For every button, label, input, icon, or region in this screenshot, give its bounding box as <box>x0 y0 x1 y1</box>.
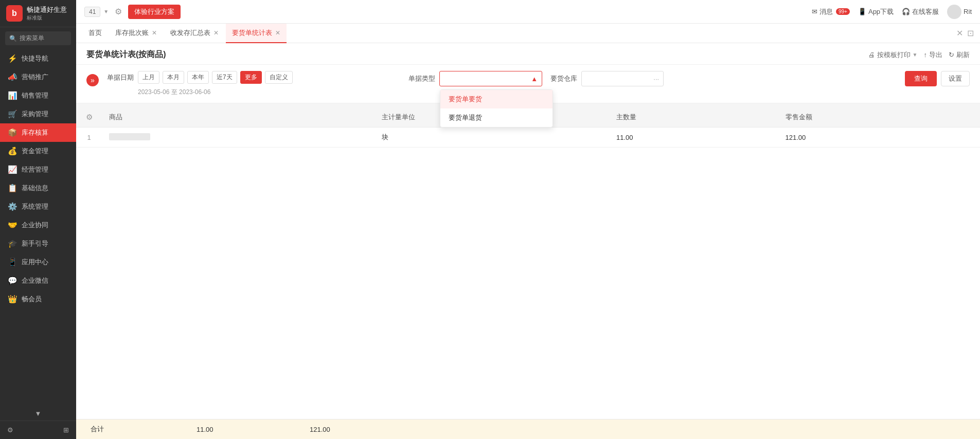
page-title-bar: 要货单统计表(按商品) 🖨 按模板打印 ▼ ↑ 导出 ↻ 刷新 <box>76 43 980 65</box>
date-btn-more[interactable]: 更多 <box>240 71 262 84</box>
sidebar-settings-icon[interactable]: ⚙ <box>7 426 13 434</box>
sidebar-item-sales[interactable]: 📊 销售管理 <box>0 86 76 105</box>
logo-icon: b <box>6 5 23 22</box>
sidebar-collapse-icon[interactable]: ⊞ <box>63 426 69 434</box>
filter-warehouse-group: 要货仓库 ··· <box>550 71 664 86</box>
sidebar-item-purchase[interactable]: 🛒 采购管理 <box>0 105 76 123</box>
export-icon: ↑ <box>924 51 928 59</box>
title-actions: 🖨 按模板打印 ▼ ↑ 导出 ↻ 刷新 <box>868 50 970 60</box>
operations-icon: 📈 <box>7 165 17 174</box>
query-button[interactable]: 查询 <box>905 71 937 86</box>
date-range-text: 2023-05-06 至 2023-06-06 <box>138 88 210 96</box>
headset-icon: 🎧 <box>902 8 910 15</box>
filter-type-select[interactable]: ▲ 要货单要货 要货单退货 <box>439 71 542 86</box>
table-container: ⚙ 商品 主计量单位 主数量 零售金额 <box>76 107 980 419</box>
cell-product <box>102 127 375 148</box>
store-selector[interactable]: 41 ▼ <box>84 7 109 17</box>
filter-area: » 单据日期 上月 本月 本年 近7天 更多 自定义 2023-05-06 至 … <box>76 65 980 103</box>
sidebar-item-marketing[interactable]: 📣 营销推广 <box>0 68 76 86</box>
warehouse-more-icon: ··· <box>653 75 659 83</box>
collab-icon: 🤝 <box>7 221 17 230</box>
tab-bar: 首页 库存批次账 ✕ 收发存汇总表 ✕ 要货单统计表 ✕ ✕ ⊡ <box>76 24 980 43</box>
member-icon: 👑 <box>7 295 17 304</box>
date-btn-7days[interactable]: 近7天 <box>212 71 237 84</box>
export-btn[interactable]: ↑ 导出 <box>924 50 943 60</box>
date-btn-custom[interactable]: 自定义 <box>265 71 293 84</box>
sidebar-item-wechat[interactable]: 💬 企业微信 <box>0 271 76 290</box>
sidebar-item-guide[interactable]: 🎓 新手引导 <box>0 234 76 253</box>
filter-type-group: 单据类型 ▲ 要货单要货 要货单退货 <box>408 71 542 86</box>
col-amount: 零售金额 <box>778 107 980 127</box>
avatar <box>947 5 961 19</box>
sidebar-item-operations[interactable]: 📈 经营管理 <box>0 160 76 179</box>
appstore-icon: 📱 <box>7 258 17 267</box>
sidebar-item-quicknav[interactable]: ⚡ 快捷导航 <box>0 49 76 68</box>
cell-index: 1 <box>76 127 102 148</box>
sidebar-item-collab[interactable]: 🤝 企业协同 <box>0 216 76 234</box>
wechat-icon: 💬 <box>7 276 17 285</box>
print-icon: 🖨 <box>868 51 875 59</box>
tab-order-stats[interactable]: 要货单统计表 ✕ <box>226 24 287 43</box>
filter-warehouse-value <box>586 75 588 83</box>
sidebar-item-basic[interactable]: 📋 基础信息 <box>0 179 76 197</box>
cell-unit: 块 <box>375 127 609 148</box>
column-gear-icon[interactable]: ⚙ <box>86 113 93 121</box>
tab-bar-actions: ✕ ⊡ <box>956 28 974 38</box>
filter-type-value <box>444 75 446 83</box>
filter-warehouse-select[interactable]: ··· <box>581 71 664 86</box>
purchase-icon: 🛒 <box>7 109 17 119</box>
table-footer: 合计 11.00 121.00 <box>76 419 980 439</box>
date-btn-last-month[interactable]: 上月 <box>138 71 159 84</box>
marketing-icon: 📣 <box>7 72 17 82</box>
sidebar-logo: b 畅捷通好生意 标准版 <box>0 0 76 27</box>
dropdown-item-return[interactable]: 要货单退货 <box>440 108 553 127</box>
tab-receipts[interactable]: 收发存汇总表 ✕ <box>164 24 225 43</box>
finance-icon: 💰 <box>7 147 17 156</box>
sidebar-search[interactable]: 🔍 搜索菜单 <box>5 31 71 45</box>
dropdown-item-order[interactable]: 要货单要货 <box>440 90 553 108</box>
main-area: 41 ▼ ⚙ 体验行业方案 ✉ 消息 99+ 📱 App下载 🎧 在线客服 Ri… <box>76 0 980 439</box>
refresh-btn[interactable]: ↻ 刷新 <box>949 50 970 60</box>
settings-icon[interactable]: ⚙ <box>115 7 122 16</box>
col-gear[interactable]: ⚙ <box>76 107 102 127</box>
col-qty: 主数量 <box>609 107 778 127</box>
tab-order-stats-close[interactable]: ✕ <box>275 30 280 36</box>
system-icon: ⚙️ <box>7 202 17 211</box>
refresh-icon: ↻ <box>949 51 954 59</box>
sidebar-item-finance[interactable]: 💰 资金管理 <box>0 142 76 160</box>
date-shortcuts: 上月 本月 本年 近7天 更多 自定义 <box>138 71 293 84</box>
app-download-item[interactable]: 📱 App下载 <box>858 7 894 16</box>
user-avatar-item[interactable]: Rit <box>947 5 972 19</box>
inventory-icon: 📦 <box>7 128 17 137</box>
tab-home[interactable]: 首页 <box>82 24 108 43</box>
sidebar-item-appstore[interactable]: 📱 应用中心 <box>0 253 76 271</box>
tab-batch-close[interactable]: ✕ <box>152 30 157 36</box>
filter-date-group: 单据日期 上月 本月 本年 近7天 更多 自定义 2023-05-06 至 20… <box>107 71 400 97</box>
filter-expand-btn[interactable]: » <box>86 74 99 86</box>
page-content: 要货单统计表(按商品) 🖨 按模板打印 ▼ ↑ 导出 ↻ 刷新 » <box>76 43 980 439</box>
sidebar-item-inventory[interactable]: 📦 库存核算 <box>0 123 76 142</box>
message-icon: ✉ <box>812 8 817 15</box>
sidebar-items: ⚡ 快捷导航 📣 营销推广 📊 销售管理 🛒 采购管理 📦 库存核算 💰 资金管… <box>0 49 76 407</box>
sidebar-item-member[interactable]: 👑 畅会员 <box>0 290 76 308</box>
sidebar-item-system[interactable]: ⚙️ 系统管理 <box>0 197 76 216</box>
table-row: 1 块 11.00 121.00 <box>76 127 980 148</box>
setting-button[interactable]: 设置 <box>941 71 970 86</box>
guide-icon: 🎓 <box>7 239 17 248</box>
sidebar-footer: ⚙ ⊞ <box>0 420 76 439</box>
online-service-item[interactable]: 🎧 在线客服 <box>902 7 939 16</box>
logo-text: 畅捷通好生意 标准版 <box>27 6 67 21</box>
phone-icon: 📱 <box>858 8 866 15</box>
date-btn-this-month[interactable]: 本月 <box>163 71 184 84</box>
tab-expand-icon[interactable]: ⊡ <box>967 28 974 38</box>
print-template-btn[interactable]: 🖨 按模板打印 ▼ <box>868 50 918 60</box>
search-icon: 🔍 <box>9 35 17 42</box>
tab-receipts-close[interactable]: ✕ <box>213 30 219 36</box>
store-badge: 41 <box>84 7 100 17</box>
tab-close-all-icon[interactable]: ✕ <box>956 28 963 38</box>
tab-batch[interactable]: 库存批次账 ✕ <box>109 24 163 43</box>
message-item[interactable]: ✉ 消息 99+ <box>812 7 850 16</box>
date-btn-this-year[interactable]: 本年 <box>187 71 209 84</box>
sidebar-scroll-down[interactable]: ▼ <box>0 407 76 420</box>
trial-button[interactable]: 体验行业方案 <box>128 5 181 19</box>
